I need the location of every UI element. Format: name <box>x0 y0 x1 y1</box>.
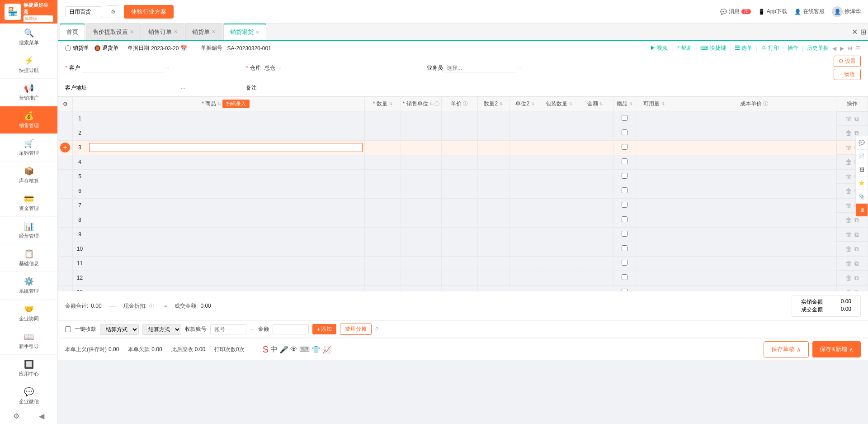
sort-qty-icon[interactable]: ⇅ <box>389 101 392 106</box>
sidebar-item-finance[interactable]: 💳 资金管理 <box>0 189 57 217</box>
sort-qty2-icon[interactable]: ⇅ <box>499 101 503 106</box>
delete-row-3[interactable]: 🗑 <box>845 144 852 151</box>
online-service-button[interactable]: 👤 在线客服 <box>794 8 825 15</box>
gift-checkbox-11[interactable] <box>622 260 627 266</box>
fee-split-button[interactable]: 费用分摊 <box>340 324 372 335</box>
one-click-checkbox[interactable] <box>65 326 71 332</box>
help-link[interactable]: ? 帮助 <box>676 44 692 52</box>
price-info-icon[interactable]: ⓘ <box>463 100 468 107</box>
float-tool-screen[interactable]: 🖥 <box>856 204 868 216</box>
message-button[interactable]: 💬 消息 70 <box>720 8 751 15</box>
note-input[interactable] <box>259 84 439 92</box>
list-view-icon[interactable]: ☰ <box>856 45 861 52</box>
scan-button[interactable]: 扫码录入 <box>222 100 250 108</box>
delete-row-11[interactable]: 🗑 <box>845 260 852 267</box>
tab-sales-order-close[interactable]: ✕ <box>174 29 178 35</box>
sidebar-item-basic[interactable]: 📋 基础信息 <box>0 244 57 272</box>
settings-button[interactable]: ⚙ <box>107 5 119 18</box>
copy-row-11[interactable]: ⧉ <box>854 260 859 267</box>
add-logistics-button[interactable]: + 物流 <box>834 69 861 80</box>
copy-row-1[interactable]: ⧉ <box>854 115 859 123</box>
address-input[interactable] <box>89 84 179 92</box>
sort-product-icon[interactable]: ⇅ <box>217 101 221 106</box>
unit-info-icon[interactable]: ⓘ <box>434 100 439 107</box>
copy-row-10[interactable]: ⧉ <box>854 245 859 253</box>
tab-sales-order[interactable]: 销售订单 ✕ <box>142 24 184 40</box>
sort-unit-icon[interactable]: ⇅ <box>429 101 433 106</box>
return-slip-radio[interactable] <box>94 45 100 51</box>
delete-row-7[interactable]: 🗑 <box>845 202 852 209</box>
delete-row-5[interactable]: 🗑 <box>845 173 852 180</box>
sidebar-item-purchase[interactable]: 🛒 采购管理 <box>0 134 57 162</box>
user-menu[interactable]: 👤 徐泽华 <box>832 6 861 17</box>
save-draft-button[interactable]: 保存草稿 ∧ <box>764 341 809 357</box>
tab-home[interactable]: 首页 <box>60 24 85 40</box>
sidebar-item-operation[interactable]: 📊 经营管理 <box>0 217 57 244</box>
gift-checkbox-3[interactable] <box>622 144 627 150</box>
calc-select[interactable]: 结算方式 <box>142 324 181 335</box>
operate-link[interactable]: 操作 <box>788 44 798 52</box>
app-download-button[interactable]: 📱 App下载 <box>758 8 787 15</box>
gift-checkbox-10[interactable] <box>622 245 627 251</box>
gift-checkbox-4[interactable] <box>622 158 627 164</box>
tab-sales-return-close[interactable]: ✕ <box>255 29 259 35</box>
next-record[interactable]: ▶ <box>840 45 844 52</box>
float-tool-star[interactable]: ⭐ <box>856 176 868 190</box>
tab-price-setting[interactable]: 售价提取设置 ✕ <box>86 24 141 40</box>
gift-checkbox-5[interactable] <box>622 173 627 179</box>
product-input-3[interactable] <box>89 143 363 152</box>
radio-return-slip[interactable]: 退货单 <box>94 44 118 52</box>
float-tool-attach[interactable]: 📎 <box>856 190 868 204</box>
gift-checkbox-1[interactable] <box>622 115 627 121</box>
copy-row-8[interactable]: ⧉ <box>854 216 859 224</box>
category-select[interactable]: 日用百货 <box>65 6 102 17</box>
float-tool-img[interactable]: 🖼 <box>856 163 868 176</box>
set-button[interactable]: ⚙ 设置 <box>834 56 861 67</box>
close-all-tabs[interactable]: ✕ <box>852 28 858 36</box>
account-dots[interactable]: ··· <box>250 326 255 333</box>
save-new-button[interactable]: 保存&新增 ∧ <box>812 341 861 357</box>
gift-checkbox-8[interactable] <box>622 216 627 222</box>
delete-row-9[interactable]: 🗑 <box>845 231 852 238</box>
print-link[interactable]: 🖨 打印 <box>761 44 778 52</box>
sidebar-item-wechat[interactable]: 💬 企业微信 <box>0 382 57 408</box>
sidebar-item-enterprise[interactable]: 🤝 企业协同 <box>0 300 57 327</box>
sidebar-item-search[interactable]: 🔍 搜索菜单 <box>0 24 57 51</box>
video-link[interactable]: ▶ 视频 <box>650 44 668 52</box>
customer-input[interactable] <box>82 64 163 72</box>
gift-checkbox-9[interactable] <box>622 231 627 237</box>
tab-sales-out[interactable]: 销货单 ✕ <box>185 24 222 40</box>
sort-gift-icon[interactable]: ⇅ <box>629 101 632 106</box>
float-tool-msg[interactable]: 💬 <box>856 136 868 150</box>
delete-row-10[interactable]: 🗑 <box>845 245 852 252</box>
th-gear[interactable]: ⚙ <box>58 97 73 111</box>
radio-sales-slip[interactable]: 销货单 <box>65 44 89 52</box>
sidebar-item-shortcut[interactable]: ⚡ 快捷导航 <box>0 51 57 79</box>
fee-help-icon[interactable]: ? <box>375 326 378 333</box>
delete-row-2[interactable]: 🗑 <box>845 129 852 137</box>
calendar-icon[interactable]: 📅 <box>180 45 187 52</box>
delete-row-8[interactable]: 🗑 <box>845 216 852 224</box>
discount-help-icon[interactable]: ⓘ <box>149 303 154 310</box>
copy-row-9[interactable]: ⧉ <box>854 231 859 238</box>
sort-unit2-icon[interactable]: ⇅ <box>531 101 534 106</box>
sidebar-item-guide[interactable]: 📖 新手引导 <box>0 327 57 355</box>
settings-footer-button[interactable]: ⚙ <box>13 412 19 420</box>
gift-checkbox-2[interactable] <box>622 129 627 135</box>
tab-sales-return[interactable]: 销货退货 ✕ <box>223 24 266 40</box>
sidebar-item-system[interactable]: ⚙️ 系统管理 <box>0 272 57 300</box>
sort-amount-icon[interactable]: ⇅ <box>599 101 603 106</box>
tab-sales-out-close[interactable]: ✕ <box>212 29 216 35</box>
grid-view-icon[interactable]: ⊞ <box>848 45 852 52</box>
sort-avail-icon[interactable]: ⇅ <box>661 101 665 106</box>
add-fee-button[interactable]: + 添加 <box>312 324 336 334</box>
float-tool-doc[interactable]: 📄 <box>856 150 868 163</box>
prev-record[interactable]: ◀ <box>832 45 836 52</box>
account-input[interactable] <box>210 324 246 334</box>
sidebar-item-apps[interactable]: 🔲 应用中心 <box>0 355 57 382</box>
cost-info-icon[interactable]: ⓘ <box>763 100 768 107</box>
delete-row-6[interactable]: 🗑 <box>845 187 852 195</box>
sidebar-item-marketing[interactable]: 📢 营销推广 <box>0 79 57 106</box>
delete-row-12[interactable]: 🗑 <box>845 274 852 281</box>
select-link[interactable]: ☰ 选单 <box>735 44 752 52</box>
